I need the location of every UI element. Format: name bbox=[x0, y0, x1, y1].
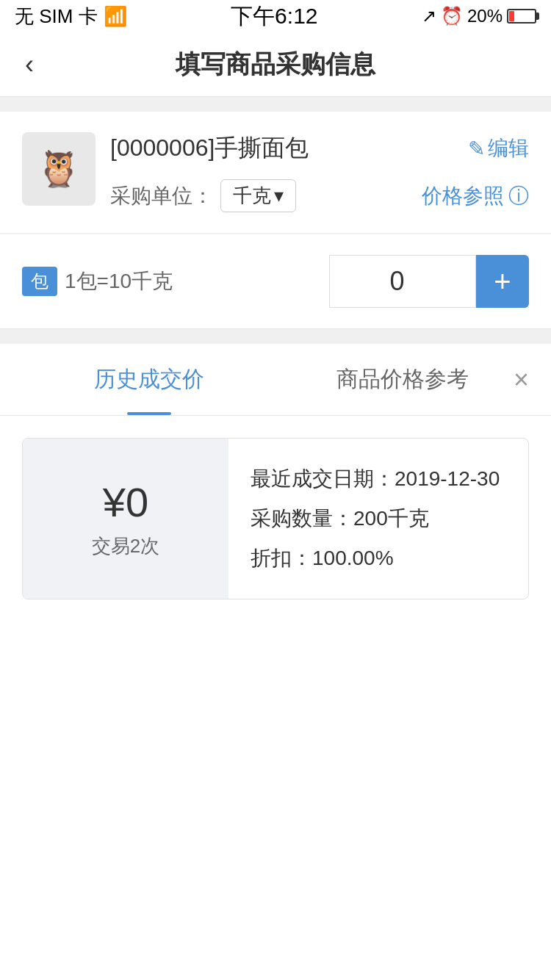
history-trades: 交易2次 bbox=[92, 533, 159, 559]
help-icon: ⓘ bbox=[508, 182, 529, 210]
back-button[interactable]: ‹ bbox=[18, 42, 41, 87]
nav-bar: ‹ 填写商品采购信息 bbox=[0, 32, 551, 97]
quantity-label-group: 包 1包=10千克 bbox=[22, 267, 173, 296]
purchase-qty-value: 200千克 bbox=[353, 507, 429, 530]
recent-date-label: 最近成交日期： bbox=[251, 467, 395, 490]
battery-icon bbox=[507, 9, 536, 24]
pkg-ratio: 1包=10千克 bbox=[65, 267, 173, 295]
page-title: 填写商品采购信息 bbox=[176, 48, 375, 82]
product-card: 🦉 [0000006]手撕面包 ✎ 编辑 采购单位： 千克 ▾ bbox=[0, 112, 551, 233]
product-id: [0000006] bbox=[110, 134, 215, 161]
product-full-name: 手撕面包 bbox=[215, 134, 309, 161]
history-card: ¥0 交易2次 最近成交日期：2019-12-30 采购数量：200千克 折扣：… bbox=[22, 438, 529, 599]
quantity-plus-button[interactable]: + bbox=[476, 255, 529, 308]
status-time: 下午6:12 bbox=[231, 1, 317, 32]
carrier-text: 无 SIM 卡 bbox=[15, 4, 98, 29]
price-value: 0 bbox=[126, 479, 148, 525]
product-info: [0000006]手撕面包 ✎ 编辑 采购单位： 千克 ▾ 价格参照 ⓘ bbox=[110, 132, 529, 212]
discount-row: 折扣：100.00% bbox=[251, 544, 506, 572]
status-bar: 无 SIM 卡 📶 下午6:12 ↗ ⏰ 20% bbox=[0, 0, 551, 32]
recent-date-value: 2019-12-30 bbox=[395, 467, 500, 490]
wifi-icon: 📶 bbox=[104, 5, 127, 28]
quantity-input-group: + bbox=[329, 255, 529, 308]
tab-header: 历史成交价 商品价格参考 × bbox=[0, 344, 551, 416]
chevron-down-icon: ▾ bbox=[274, 184, 284, 207]
status-carrier: 无 SIM 卡 📶 bbox=[15, 4, 127, 29]
tab-section: 历史成交价 商品价格参考 × ¥0 交易2次 最近成交日期：2019-12-30… bbox=[0, 344, 551, 621]
discount-value: 100.00% bbox=[312, 547, 394, 569]
product-title-row: [0000006]手撕面包 ✎ 编辑 bbox=[110, 132, 529, 165]
unit-select[interactable]: 千克 ▾ bbox=[220, 179, 296, 212]
pkg-badge: 包 bbox=[22, 267, 57, 296]
price-ref-label: 价格参照 bbox=[422, 182, 504, 210]
edit-label: 编辑 bbox=[488, 134, 529, 162]
quantity-input[interactable] bbox=[329, 255, 476, 308]
product-image: 🦉 bbox=[22, 132, 96, 206]
product-thumbnail-icon: 🦉 bbox=[37, 148, 81, 190]
product-name: [0000006]手撕面包 bbox=[110, 132, 309, 165]
history-price: ¥0 bbox=[103, 478, 148, 526]
alarm-icon: ⏰ bbox=[441, 6, 463, 26]
tab-price-reference[interactable]: 商品价格参考 bbox=[276, 344, 529, 415]
status-right: ↗ ⏰ 20% bbox=[422, 6, 536, 26]
bottom-space bbox=[0, 621, 551, 980]
edit-button[interactable]: ✎ 编辑 bbox=[468, 134, 529, 162]
tab-history-label: 历史成交价 bbox=[94, 367, 204, 391]
discount-label: 折扣： bbox=[251, 547, 312, 569]
purchase-qty-row: 采购数量：200千克 bbox=[251, 505, 506, 533]
location-icon: ↗ bbox=[422, 6, 436, 26]
purchase-qty-label: 采购数量： bbox=[251, 507, 353, 530]
unit-value: 千克 bbox=[233, 183, 271, 209]
product-header: 🦉 [0000006]手撕面包 ✎ 编辑 采购单位： 千克 ▾ bbox=[22, 132, 529, 212]
edit-icon: ✎ bbox=[468, 137, 485, 161]
tab-reference-label: 商品价格参考 bbox=[336, 367, 469, 391]
price-reference-button[interactable]: 价格参照 ⓘ bbox=[422, 182, 529, 210]
history-card-right: 最近成交日期：2019-12-30 采购数量：200千克 折扣：100.00% bbox=[228, 439, 528, 599]
tab-history-price[interactable]: 历史成交价 bbox=[22, 344, 276, 415]
battery-percent: 20% bbox=[467, 6, 503, 26]
quantity-section: 包 1包=10千克 + bbox=[0, 234, 551, 329]
product-unit-row: 采购单位： 千克 ▾ 价格参照 ⓘ bbox=[110, 179, 529, 212]
history-content: ¥0 交易2次 最近成交日期：2019-12-30 采购数量：200千克 折扣：… bbox=[0, 416, 551, 621]
history-card-left: ¥0 交易2次 bbox=[23, 439, 228, 599]
recent-date-row: 最近成交日期：2019-12-30 bbox=[251, 465, 506, 493]
price-symbol: ¥ bbox=[103, 479, 126, 525]
tab-close-button[interactable]: × bbox=[506, 357, 536, 403]
unit-label: 采购单位： bbox=[110, 182, 213, 210]
unit-label-group: 采购单位： 千克 ▾ bbox=[110, 179, 296, 212]
